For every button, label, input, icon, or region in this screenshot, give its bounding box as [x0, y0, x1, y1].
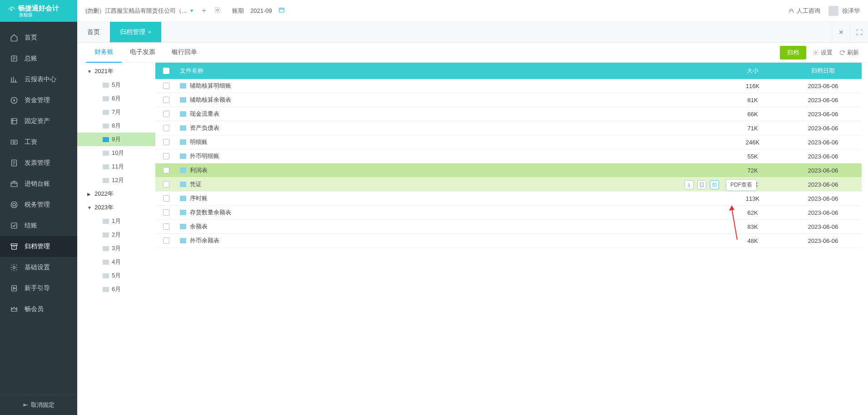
user-menu[interactable]: 徐泽华 [828, 6, 860, 16]
file-date: 2023-06-06 [784, 223, 862, 230]
unpin-icon: ⇤ [23, 401, 28, 408]
file-size: 66K [721, 111, 784, 118]
tree-month[interactable]: 6月 [77, 282, 155, 296]
tree-year[interactable]: ▶2022年 [77, 187, 155, 201]
fullscreen-icon[interactable]: ⛶ [850, 22, 868, 43]
subtab-银行回单[interactable]: 银行回单 [164, 43, 205, 63]
subtab-电子发票[interactable]: 电子发票 [122, 43, 164, 63]
select-all-checkbox[interactable] [163, 68, 169, 74]
nav-item-asset[interactable]: 固定资产 [0, 111, 77, 132]
tree-month[interactable]: 10月 [77, 146, 155, 160]
file-name: 现金流量表 [190, 110, 219, 118]
table-row[interactable]: 明细账246K2023-06-06 [155, 135, 862, 149]
table-row[interactable]: 辅助核算明细账116K2023-06-06 [155, 79, 862, 93]
add-icon[interactable]: ＋ [200, 6, 208, 15]
tree-month[interactable]: 8月 [77, 119, 155, 133]
close-all-icon[interactable]: ✕ [832, 22, 850, 43]
table-row[interactable]: 外币余额表48K2023-06-06 [155, 234, 862, 248]
nav-item-setting[interactable]: 基础设置 [0, 257, 77, 278]
nav-item-fund[interactable]: 资金管理 [0, 90, 77, 111]
svg-rect-17 [700, 183, 704, 187]
subtab-财务账[interactable]: 财务账 [86, 43, 122, 63]
table-row[interactable]: 凭证53K2023-06-06PDF查看 [155, 178, 862, 192]
row-checkbox[interactable] [163, 181, 169, 188]
nav-item-guide[interactable]: 新手引导 [0, 278, 77, 299]
tree-month[interactable]: 11月 [77, 160, 155, 173]
table-row[interactable]: 辅助核算余额表81K2023-06-06 [155, 93, 862, 107]
nav-item-invoice[interactable]: 发票管理 [0, 153, 77, 173]
page-tabs: 首页归档管理× ✕ ⛶ [77, 22, 868, 43]
table-row[interactable]: 存货数量余额表62K2023-06-06 [155, 206, 862, 220]
tab-close-icon[interactable]: × [148, 29, 151, 35]
nav: 首页总账云报表中心资金管理固定资产工资发票管理进销台账税务管理结账归档管理基础设… [0, 22, 77, 394]
row-checkbox[interactable] [163, 237, 169, 244]
row-checkbox[interactable] [163, 223, 169, 230]
file-name: 余额表 [190, 222, 208, 231]
table-row[interactable]: 资产负债表71K2023-06-06 [155, 121, 862, 135]
tree-month[interactable]: 5月 [77, 78, 155, 92]
table-row[interactable]: 利润表72K2023-06-06 [155, 163, 862, 178]
table-row[interactable]: 外币明细账55K2023-06-06 [155, 149, 862, 163]
unpin-button[interactable]: ⇤ 取消固定 [0, 394, 77, 415]
year-tree: ▼2021年5月6月7月8月9月10月11月12月▶2022年▼2023年1月2… [77, 63, 155, 415]
table-row[interactable]: 余额表83K2023-06-06 [155, 220, 862, 234]
help-button[interactable]: 人工咨询 [788, 7, 820, 15]
tab-归档管理[interactable]: 归档管理× [110, 22, 161, 42]
download-icon[interactable] [684, 180, 694, 189]
brand-edition: 旗舰版 [19, 12, 77, 18]
row-checkbox[interactable] [163, 209, 169, 216]
folder-icon [103, 178, 109, 183]
svg-point-19 [714, 184, 715, 185]
tree-year[interactable]: ▼2023年 [77, 201, 155, 214]
row-checkbox[interactable] [163, 111, 169, 117]
file-size: 48K [721, 237, 784, 244]
nav-item-tax[interactable]: 税务管理 [0, 194, 77, 215]
file-size: 113K [721, 195, 784, 202]
table-row[interactable]: 序时账113K2023-06-06 [155, 192, 862, 206]
row-checkbox[interactable] [163, 153, 169, 159]
file-date: 2023-06-06 [784, 209, 862, 216]
archive-button[interactable]: 归档 [780, 46, 806, 59]
row-checkbox[interactable] [163, 83, 169, 89]
pdf-icon[interactable] [697, 180, 706, 189]
tree-month[interactable]: 6月 [77, 92, 155, 105]
table-row[interactable]: 现金流量表66K2023-06-06 [155, 107, 862, 121]
tree-month[interactable]: 9月 [77, 133, 155, 146]
row-checkbox[interactable] [163, 195, 169, 202]
tree-month[interactable]: 7月 [77, 105, 155, 119]
nav-item-report[interactable]: 云报表中心 [0, 69, 77, 90]
nav-item-ledger[interactable]: 总账 [0, 48, 77, 69]
gear-icon[interactable] [214, 6, 221, 15]
tree-year[interactable]: ▼2021年 [77, 64, 155, 78]
nav-item-home[interactable]: 首页 [0, 27, 77, 48]
company-selector[interactable]: (勿删）江西服宝精品有限责任公司（... ▼ [85, 7, 194, 15]
file-size: 116K [721, 83, 784, 89]
tree-month[interactable]: 4月 [77, 255, 155, 269]
calendar-icon[interactable] [278, 7, 285, 15]
file-size: 71K [721, 125, 784, 132]
refresh-button[interactable]: 刷新 [839, 49, 859, 57]
nav-item-vip[interactable]: 畅会员 [0, 299, 77, 320]
row-checkbox[interactable] [163, 97, 169, 103]
tree-month[interactable]: 12月 [77, 173, 155, 187]
nav-item-archive[interactable]: 归档管理 [0, 236, 77, 257]
svg-rect-2 [11, 119, 17, 124]
tree-month[interactable]: 5月 [77, 269, 155, 282]
nav-item-stock[interactable]: 进销台账 [0, 173, 77, 194]
nav-item-salary[interactable]: 工资 [0, 132, 77, 153]
preview-icon[interactable] [710, 180, 719, 189]
svg-rect-8 [11, 223, 17, 228]
row-checkbox[interactable] [163, 139, 169, 145]
nav-item-close[interactable]: 结账 [0, 215, 77, 236]
file-name: 凭证 [190, 180, 202, 188]
folder-icon [103, 83, 109, 88]
settings-button[interactable]: 设置 [813, 49, 833, 57]
row-checkbox[interactable] [163, 167, 169, 173]
svg-rect-18 [713, 183, 716, 187]
tab-首页[interactable]: 首页 [77, 22, 110, 42]
tree-month[interactable]: 2月 [77, 228, 155, 242]
row-checkbox[interactable] [163, 125, 169, 131]
svg-point-14 [217, 9, 218, 11]
tree-month[interactable]: 1月 [77, 214, 155, 228]
tree-month[interactable]: 3月 [77, 242, 155, 255]
